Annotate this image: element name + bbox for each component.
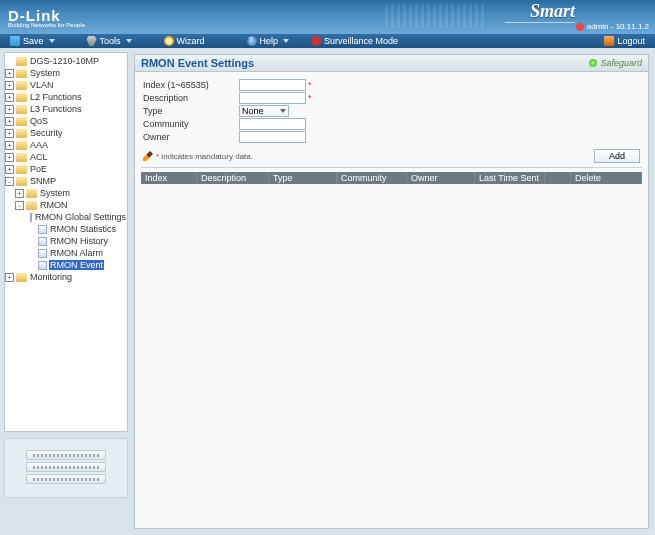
tree-item-l2-functions[interactable]: +L2 Functions xyxy=(5,91,127,103)
page-icon xyxy=(38,225,47,234)
tree-root[interactable]: DGS-1210-10MP xyxy=(5,55,127,67)
tree-snmp-rmon[interactable]: - RMON xyxy=(5,199,127,211)
label-description: Description xyxy=(143,93,239,103)
col-community: Community xyxy=(337,172,407,184)
folder-icon xyxy=(26,201,37,210)
tree-item-poe[interactable]: +PoE xyxy=(5,163,127,175)
expand-toggle[interactable]: - xyxy=(5,177,14,186)
chevron-down-icon xyxy=(126,39,132,43)
expand-toggle[interactable]: + xyxy=(5,165,14,174)
folder-icon xyxy=(16,165,27,174)
help-icon xyxy=(247,36,257,46)
expand-toggle[interactable]: + xyxy=(5,69,14,78)
folder-icon xyxy=(16,273,27,282)
description-input[interactable] xyxy=(239,92,306,104)
main-panel: RMON Event Settings Safeguard Index (1~6… xyxy=(134,54,649,529)
brand-text: D-Link xyxy=(8,7,61,24)
owner-input[interactable] xyxy=(239,131,306,143)
folder-icon xyxy=(16,93,27,102)
sidebar: DGS-1210-10MP +System+VLAN+L2 Functions+… xyxy=(0,48,132,535)
tree-item-snmp[interactable]: -SNMP xyxy=(5,175,127,187)
panel-title: RMON Event Settings xyxy=(141,57,254,69)
tree-item-security[interactable]: +Security xyxy=(5,127,127,139)
label-owner: Owner xyxy=(143,132,239,142)
col-type: Type xyxy=(269,172,337,184)
expand-toggle[interactable]: + xyxy=(5,129,14,138)
tree-rmon-rmon-history[interactable]: RMON History xyxy=(5,235,127,247)
wizard-icon xyxy=(164,36,174,46)
tree-item-qos[interactable]: +QoS xyxy=(5,115,127,127)
expand-toggle[interactable]: + xyxy=(5,93,14,102)
expand-toggle[interactable]: + xyxy=(5,81,14,90)
panel-titlebar: RMON Event Settings Safeguard xyxy=(135,55,648,72)
page-icon xyxy=(30,213,32,222)
folder-icon xyxy=(26,189,37,198)
tree-rmon-rmon-alarm[interactable]: RMON Alarm xyxy=(5,247,127,259)
smart-logo: Smart xyxy=(530,1,575,22)
type-select[interactable]: None xyxy=(239,105,289,117)
save-icon xyxy=(10,36,20,46)
expand-toggle[interactable]: + xyxy=(5,117,14,126)
chevron-down-icon xyxy=(283,39,289,43)
safeguard-badge: Safeguard xyxy=(589,58,642,68)
edit-icon xyxy=(143,151,153,161)
community-input[interactable] xyxy=(239,118,306,130)
folder-icon xyxy=(16,69,27,78)
label-community: Community xyxy=(143,119,239,129)
col-last-time: Last Time Sent xyxy=(475,172,545,184)
tree-monitoring[interactable]: + Monitoring xyxy=(5,271,127,283)
tree-item-aaa[interactable]: +AAA xyxy=(5,139,127,151)
logo: D-Link Building Networks for People xyxy=(8,7,85,28)
admin-label: admin - 10.11.1.2 xyxy=(587,22,649,31)
tree-item-vlan[interactable]: +VLAN xyxy=(5,79,127,91)
index-input[interactable] xyxy=(239,79,306,91)
user-icon xyxy=(576,23,584,31)
header-banner: D-Link Building Networks for People Smar… xyxy=(0,0,655,34)
menu-help[interactable]: Help xyxy=(241,36,296,46)
menu-wizard[interactable]: Wizard xyxy=(158,36,211,46)
menu-tools[interactable]: Tools xyxy=(81,36,138,46)
expand-toggle[interactable]: + xyxy=(5,105,14,114)
smart-underline xyxy=(505,22,575,23)
form-area: Index (1~65535) * Description * Type Non… xyxy=(135,72,648,147)
logout-icon xyxy=(604,36,614,46)
divider xyxy=(141,167,642,168)
menubar: Save Tools Wizard Help Surveillance Mode… xyxy=(0,34,655,48)
col-description: Description xyxy=(197,172,269,184)
page-icon xyxy=(38,249,47,258)
page-icon xyxy=(38,237,47,246)
tree-rmon-rmon-event[interactable]: RMON Event xyxy=(5,259,127,271)
brand-tagline: Building Networks for People xyxy=(8,22,85,28)
table-header: Index Description Type Community Owner L… xyxy=(141,172,642,184)
tree-snmp-system[interactable]: + System xyxy=(5,187,127,199)
safeguard-icon xyxy=(589,59,597,67)
label-type: Type xyxy=(143,106,239,116)
folder-icon xyxy=(16,81,27,90)
expand-toggle[interactable]: + xyxy=(5,141,14,150)
admin-info: admin - 10.11.1.2 xyxy=(576,22,649,31)
tree-item-system[interactable]: +System xyxy=(5,67,127,79)
page-icon xyxy=(38,261,47,270)
device-icon xyxy=(16,57,27,66)
device-image xyxy=(4,438,128,498)
nav-tree: DGS-1210-10MP +System+VLAN+L2 Functions+… xyxy=(4,52,128,432)
tree-item-l3-functions[interactable]: +L3 Functions xyxy=(5,103,127,115)
tree-rmon-rmon-global-settings[interactable]: RMON Global Settings xyxy=(5,211,127,223)
surveillance-icon xyxy=(311,36,321,46)
folder-icon xyxy=(16,177,27,186)
tools-icon xyxy=(87,36,97,46)
chevron-down-icon xyxy=(49,39,55,43)
add-button[interactable]: Add xyxy=(594,149,640,163)
col-index: Index xyxy=(141,172,197,184)
folder-icon xyxy=(16,117,27,126)
tree-rmon-rmon-statistics[interactable]: RMON Statistics xyxy=(5,223,127,235)
event-table: Index Description Type Community Owner L… xyxy=(141,172,642,184)
expand-toggle[interactable]: + xyxy=(5,153,14,162)
menu-logout[interactable]: Logout xyxy=(598,36,651,46)
mandatory-note: * indicates mandatory data. xyxy=(156,152,253,161)
col-owner: Owner xyxy=(407,172,475,184)
tree-item-acl[interactable]: +ACL xyxy=(5,151,127,163)
folder-icon xyxy=(16,141,27,150)
menu-surveillance[interactable]: Surveillance Mode xyxy=(305,36,404,46)
menu-save[interactable]: Save xyxy=(4,36,61,46)
